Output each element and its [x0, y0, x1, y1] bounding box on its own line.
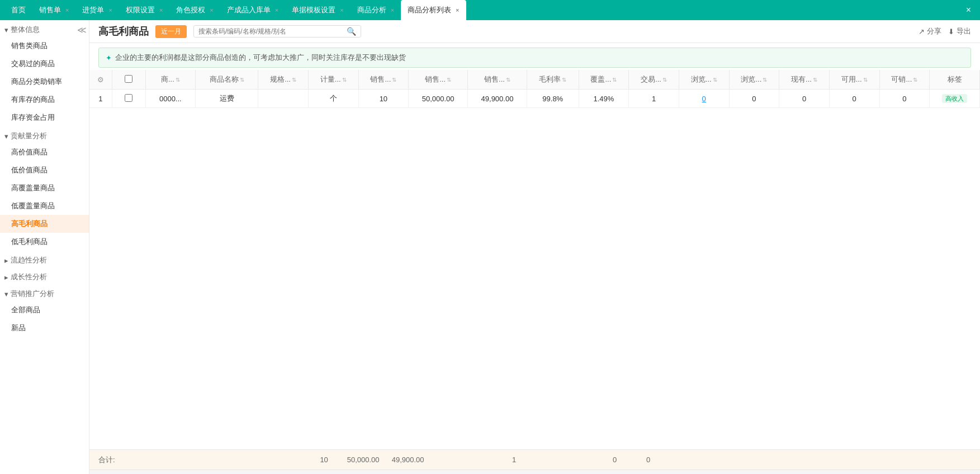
sidebar-item-new-products[interactable]: 新品 — [0, 319, 89, 337]
footer-sales2: 50,000.00 — [341, 456, 386, 464]
cell-spec — [258, 90, 309, 108]
footer-available: 0 — [632, 456, 665, 464]
row-checkbox[interactable] — [125, 94, 132, 102]
sort-icon10: ⇅ — [662, 77, 667, 83]
nav-role-auth[interactable]: 角色授权 × — [169, 0, 220, 20]
chevron-right-icon2: ▸ — [4, 273, 8, 281]
export-button[interactable]: ⬇ 导出 — [948, 26, 971, 36]
nav-permission-settings[interactable]: 权限设置 × — [119, 0, 169, 20]
sidebar-item-traded-products[interactable]: 交易过的商品 — [0, 55, 89, 73]
sidebar-item-category-rate[interactable]: 商品分类助销率 — [0, 73, 89, 91]
table-header-row: ⚙ 商... ⇅ 商品名称 — [89, 70, 980, 90]
chevron-right-icon: ▸ — [4, 256, 8, 265]
cell-sales1: 10 — [358, 90, 409, 108]
cell-available: 0 — [829, 90, 879, 108]
cell-unit: 个 — [308, 90, 358, 108]
col-tag[interactable]: 标签 — [930, 70, 980, 90]
nav-product-analysis-list[interactable]: 商品分析列表 × — [401, 0, 466, 20]
footer-trade: 1 — [498, 456, 531, 464]
sort-icon2: ⇅ — [240, 77, 244, 83]
col-spec[interactable]: 规格... ⇅ — [258, 70, 309, 90]
nav-template-settings[interactable]: 单据模板设置 × — [285, 0, 350, 20]
select-all-checkbox[interactable] — [125, 75, 132, 83]
sidebar-item-low-coverage[interactable]: 低覆盖量商品 — [0, 197, 89, 215]
nav-sales-order[interactable]: 销售单 × — [32, 0, 75, 20]
close-product-analysis-icon[interactable]: × — [391, 7, 394, 13]
nav-product-inbound[interactable]: 产成品入库单 × — [220, 0, 285, 20]
close-product-inbound-icon[interactable]: × — [275, 7, 278, 13]
sidebar-item-low-value[interactable]: 低价值商品 — [0, 161, 89, 179]
table-row: 1 0000... 运费 个 10 50,000.00 49,900.00 99… — [89, 90, 980, 108]
col-code[interactable]: 商... ⇅ — [145, 70, 196, 90]
content-area: 高毛利商品 近一月 🔍 ↗ 分享 ⬇ 导出 ✦ 企业的主要的利润都是这部分商品创… — [89, 20, 980, 474]
sidebar-item-stocked-products[interactable]: 有库存的商品 — [0, 91, 89, 109]
sidebar-group-trend-analysis[interactable]: ▸ 流趋性分析 — [0, 251, 89, 267]
footer-current-stock: 0 — [598, 456, 632, 464]
col-sales3[interactable]: 销售... ⇅ — [468, 70, 527, 90]
col-trade[interactable]: 交易... ⇅ — [629, 70, 679, 90]
col-browse1[interactable]: 浏览... ⇅ — [679, 70, 729, 90]
cell-tag: 高收入 — [930, 90, 980, 108]
close-purchase-order-icon[interactable]: × — [108, 7, 112, 13]
nav-purchase-order[interactable]: 进货单 × — [75, 0, 119, 20]
sort-icon5: ⇅ — [392, 77, 396, 83]
sidebar-group-marketing-analysis[interactable]: ▾ 营销推广分析 — [0, 284, 89, 301]
sidebar-item-sales-products[interactable]: 销售类商品 — [0, 37, 89, 55]
cell-browse1[interactable]: 0 — [679, 90, 729, 108]
table-wrapper[interactable]: ⚙ 商... ⇅ 商品名称 — [89, 70, 980, 449]
col-current-stock[interactable]: 现有... ⇅ — [779, 70, 830, 90]
close-permission-settings-icon[interactable]: × — [159, 7, 163, 13]
close-product-analysis-list-icon[interactable]: × — [456, 7, 459, 13]
sidebar-group-growth-analysis[interactable]: ▸ 成长性分析 — [0, 267, 89, 284]
col-available[interactable]: 可用... ⇅ — [829, 70, 879, 90]
sidebar-group-overall-info[interactable]: ▾ 整体信息 — [0, 20, 89, 37]
col-sales2[interactable]: 销售... ⇅ — [409, 70, 468, 90]
chevron-down-icon: ▾ — [4, 26, 8, 34]
sidebar-item-stock-capital[interactable]: 库存资金占用 — [0, 109, 89, 126]
cell-checkbox[interactable] — [112, 90, 145, 108]
col-browse2[interactable]: 浏览... ⇅ — [729, 70, 779, 90]
sidebar-collapse-button[interactable]: ≪ — [77, 25, 87, 35]
footer-bar: 合计: 10 50,000.00 49,900.00 1 0 0 — [89, 449, 980, 470]
filter-recent-month-button[interactable]: 近一月 — [155, 25, 187, 38]
cell-code: 0000... — [145, 90, 196, 108]
cell-sellable: 0 — [879, 90, 930, 108]
nav-product-analysis[interactable]: 商品分析 × — [351, 0, 401, 20]
info-bar: ✦ 企业的主要的利润都是这部分商品创造的，可考虑加大推广，同时关注库存是不要出现… — [98, 48, 971, 68]
col-sales1[interactable]: 销售... ⇅ — [358, 70, 409, 90]
cell-sales3: 49,900.00 — [468, 90, 527, 108]
sidebar-item-all-products[interactable]: 全部商品 — [0, 301, 89, 319]
sort-icon13: ⇅ — [813, 77, 817, 83]
col-name[interactable]: 商品名称 ⇅ — [196, 70, 258, 90]
col-sellable[interactable]: 可销... ⇅ — [879, 70, 930, 90]
sort-icon6: ⇅ — [447, 77, 451, 83]
sidebar-item-low-margin[interactable]: 低毛利商品 — [0, 233, 89, 251]
share-button[interactable]: ↗ 分享 — [919, 26, 941, 36]
header-actions: ↗ 分享 ⬇ 导出 — [919, 26, 971, 36]
search-icon[interactable]: 🔍 — [347, 27, 356, 36]
col-coverage[interactable]: 覆盖... ⇅ — [579, 70, 629, 90]
chevron-down-icon3: ▾ — [4, 290, 8, 298]
gear-icon[interactable]: ⚙ — [97, 76, 104, 84]
col-gross-rate[interactable]: 毛利率 ⇅ — [527, 70, 579, 90]
close-role-auth-icon[interactable]: × — [210, 7, 213, 13]
close-sales-order-icon[interactable]: × — [65, 7, 69, 13]
tag-badge: 高收入 — [942, 94, 967, 103]
close-all-tabs-button[interactable]: × — [962, 5, 976, 15]
col-unit[interactable]: 计量... ⇅ — [308, 70, 358, 90]
cell-index: 1 — [89, 90, 112, 108]
close-template-settings-icon[interactable]: × — [340, 7, 343, 13]
content-header: 高毛利商品 近一月 🔍 ↗ 分享 ⬇ 导出 — [89, 20, 980, 43]
sidebar-item-high-margin[interactable]: 高毛利商品 — [0, 215, 89, 233]
browse1-link[interactable]: 0 — [702, 95, 706, 103]
nav-home[interactable]: 首页 — [4, 0, 32, 20]
sort-icon9: ⇅ — [612, 77, 617, 83]
bottom-scrollbar[interactable] — [89, 470, 980, 474]
search-input[interactable] — [198, 27, 347, 35]
col-checkbox[interactable] — [112, 70, 145, 90]
sidebar-item-high-value[interactable]: 高价值商品 — [0, 143, 89, 161]
sort-icon11: ⇅ — [713, 77, 717, 83]
col-gear[interactable]: ⚙ — [89, 70, 112, 90]
sidebar-group-contribution-analysis[interactable]: ▾ 贡献量分析 — [0, 126, 89, 143]
sidebar-item-high-coverage[interactable]: 高覆盖量商品 — [0, 179, 89, 197]
